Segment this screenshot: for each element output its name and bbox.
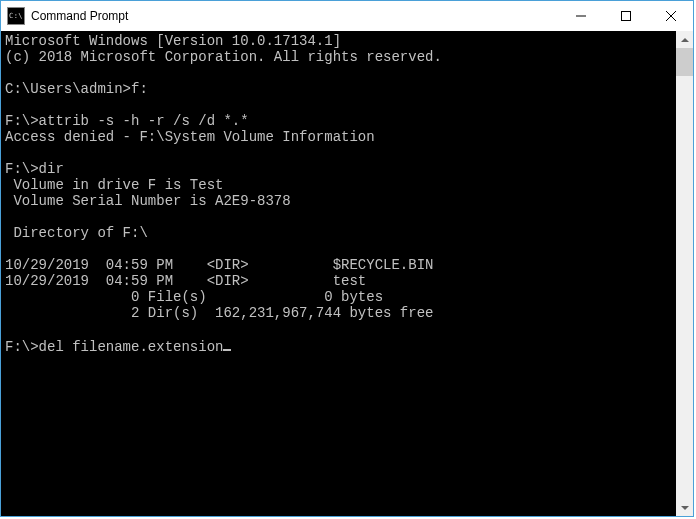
command-prompt-window: C:\ Command Prompt Microsoft Windows [Ve… (0, 0, 694, 517)
console-line: F:\>dir (5, 161, 672, 177)
app-icon: C:\ (7, 7, 25, 25)
console-line: 0 File(s) 0 bytes (5, 289, 672, 305)
minimize-button[interactable] (558, 1, 603, 31)
close-button[interactable] (648, 1, 693, 31)
console-line (5, 145, 672, 161)
console-line: 10/29/2019 04:59 PM <DIR> $RECYCLE.BIN (5, 257, 672, 273)
console-prompt-line[interactable]: F:\>del filename.extension (5, 337, 672, 355)
window-title: Command Prompt (31, 9, 128, 23)
console-line: F:\>attrib -s -h -r /s /d *.* (5, 113, 672, 129)
current-input[interactable]: del filename.extension (39, 339, 224, 355)
console-line: Directory of F:\ (5, 225, 672, 241)
console-line: Volume in drive F is Test (5, 177, 672, 193)
console-line: 2 Dir(s) 162,231,967,744 bytes free (5, 305, 672, 321)
console-line: 10/29/2019 04:59 PM <DIR> test (5, 273, 672, 289)
console-line: Volume Serial Number is A2E9-8378 (5, 193, 672, 209)
scroll-thumb[interactable] (676, 48, 693, 76)
cursor (223, 337, 231, 351)
scroll-down-button[interactable] (676, 499, 693, 516)
console-line: (c) 2018 Microsoft Corporation. All righ… (5, 49, 672, 65)
prompt: F:\> (5, 339, 39, 355)
console-line (5, 209, 672, 225)
vertical-scrollbar[interactable] (676, 31, 693, 516)
console-line (5, 97, 672, 113)
scroll-up-button[interactable] (676, 31, 693, 48)
console-line (5, 65, 672, 81)
client-area: Microsoft Windows [Version 10.0.17134.1]… (1, 31, 693, 516)
maximize-button[interactable] (603, 1, 648, 31)
console-output[interactable]: Microsoft Windows [Version 10.0.17134.1]… (1, 31, 676, 516)
console-line: Microsoft Windows [Version 10.0.17134.1] (5, 33, 672, 49)
window-controls (558, 1, 693, 31)
console-line: C:\Users\admin>f: (5, 81, 672, 97)
console-line (5, 321, 672, 337)
svg-rect-1 (621, 12, 630, 21)
titlebar[interactable]: C:\ Command Prompt (1, 1, 693, 31)
console-line (5, 241, 672, 257)
console-line: Access denied - F:\System Volume Informa… (5, 129, 672, 145)
